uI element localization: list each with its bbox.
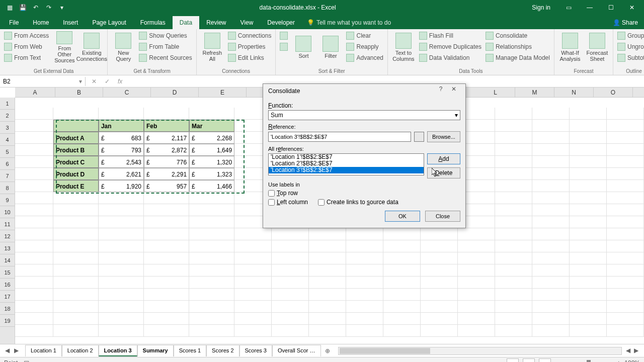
sort-button[interactable]: Sort xyxy=(291,30,316,64)
cell[interactable] xyxy=(421,228,458,240)
flash-fill-button[interactable]: Flash Fill xyxy=(418,30,482,41)
close-window-icon[interactable]: ✕ xyxy=(622,0,642,15)
cell[interactable]: £2,291 xyxy=(144,168,189,180)
cell[interactable]: Product C xyxy=(53,156,99,168)
cell[interactable] xyxy=(607,168,644,180)
cell[interactable] xyxy=(15,301,53,313)
cell[interactable] xyxy=(53,240,99,252)
sheet-tab[interactable]: Scores 2 xyxy=(206,345,239,356)
cell[interactable] xyxy=(144,289,189,301)
cell[interactable] xyxy=(570,301,607,313)
cell[interactable] xyxy=(234,301,272,313)
cell[interactable] xyxy=(53,252,99,264)
cell[interactable] xyxy=(189,277,234,289)
cell[interactable] xyxy=(15,252,53,264)
browse-button[interactable]: Browse... xyxy=(427,131,460,142)
properties-button[interactable]: Properties xyxy=(227,41,273,52)
cell[interactable] xyxy=(532,264,570,277)
row-header[interactable]: 14 xyxy=(0,254,15,266)
cell[interactable] xyxy=(570,216,607,228)
zoom-thumb[interactable] xyxy=(587,360,591,363)
cell[interactable] xyxy=(607,277,644,289)
cell[interactable] xyxy=(495,289,532,301)
sheet-tab[interactable]: Overall Scor … xyxy=(272,345,321,356)
cell[interactable] xyxy=(570,108,607,120)
sheet-tab[interactable]: Location 1 xyxy=(25,345,62,356)
cell[interactable] xyxy=(144,264,189,277)
from-web-button[interactable]: From Web xyxy=(3,41,50,52)
cell[interactable]: Product D xyxy=(53,168,99,180)
zoom-in-icon[interactable]: + xyxy=(617,359,620,363)
cell[interactable] xyxy=(495,301,532,313)
column-header[interactable]: N xyxy=(554,87,594,97)
cell[interactable] xyxy=(15,156,53,168)
cell[interactable] xyxy=(532,252,570,264)
connections-button[interactable]: Connections xyxy=(227,30,273,41)
cell[interactable]: Product B xyxy=(53,144,99,156)
cell[interactable]: Product A xyxy=(53,132,99,144)
sheet-tab[interactable]: Location 2 xyxy=(62,345,99,356)
cell[interactable] xyxy=(495,264,532,277)
tab-data[interactable]: Data xyxy=(173,16,199,29)
cell[interactable] xyxy=(532,228,570,240)
cell[interactable] xyxy=(272,240,309,252)
row-header[interactable]: 3 xyxy=(0,122,15,134)
cell[interactable]: Jan xyxy=(99,120,144,132)
column-header[interactable]: O xyxy=(594,87,633,97)
cell[interactable]: £2,117 xyxy=(144,132,189,144)
undo-icon[interactable]: ↶ xyxy=(30,2,41,13)
column-header[interactable]: D xyxy=(151,87,199,97)
cell[interactable]: Product E xyxy=(53,180,99,192)
cell[interactable] xyxy=(532,313,570,325)
from-other-sources-button[interactable]: From Other Sources xyxy=(52,30,77,64)
cell[interactable] xyxy=(15,204,53,216)
cell[interactable] xyxy=(495,277,532,289)
cell[interactable] xyxy=(346,289,383,301)
cell[interactable] xyxy=(607,120,644,132)
cell[interactable] xyxy=(532,192,570,204)
cell[interactable] xyxy=(53,301,99,313)
dialog-help-icon[interactable]: ? xyxy=(434,85,447,97)
cell[interactable] xyxy=(53,325,99,337)
cell[interactable] xyxy=(99,301,144,313)
column-header[interactable]: E xyxy=(199,87,247,97)
cell[interactable] xyxy=(272,289,309,301)
row-header[interactable]: 18 xyxy=(0,303,15,315)
from-text-button[interactable]: From Text xyxy=(3,52,50,63)
cell[interactable] xyxy=(309,289,346,301)
cell[interactable] xyxy=(15,120,53,132)
tab-home[interactable]: Home xyxy=(26,16,56,29)
fx-icon[interactable]: fx xyxy=(116,78,124,85)
cell[interactable] xyxy=(458,240,495,252)
signin-link[interactable]: Sign in xyxy=(524,4,558,11)
cell[interactable] xyxy=(607,156,644,168)
cell[interactable] xyxy=(309,240,346,252)
cell[interactable]: £2,543 xyxy=(99,156,144,168)
add-button[interactable]: Add xyxy=(427,153,460,164)
cell[interactable] xyxy=(15,264,53,277)
references-listbox[interactable]: 'Location 1'!$B$2:$E$7'Location 2'!$B$2:… xyxy=(268,153,424,175)
reference-list-item[interactable]: 'Location 3'!$B$2:$E$7 xyxy=(269,167,424,173)
reference-input[interactable] xyxy=(268,132,411,142)
cell[interactable] xyxy=(383,289,421,301)
cell[interactable] xyxy=(309,264,346,277)
cell[interactable] xyxy=(570,277,607,289)
cell[interactable] xyxy=(309,228,346,240)
page-layout-view-icon[interactable] xyxy=(523,358,535,363)
cell[interactable] xyxy=(99,240,144,252)
enter-formula-icon[interactable]: ✓ xyxy=(103,78,112,85)
cell[interactable] xyxy=(607,204,644,216)
cell[interactable] xyxy=(189,252,234,264)
remove-duplicates-button[interactable]: Remove Duplicates xyxy=(418,41,482,52)
cell[interactable] xyxy=(189,228,234,240)
cell[interactable] xyxy=(495,325,532,337)
cell[interactable] xyxy=(346,277,383,289)
cell[interactable] xyxy=(99,108,144,120)
cell[interactable] xyxy=(234,277,272,289)
cell[interactable] xyxy=(53,120,99,132)
cell[interactable] xyxy=(383,277,421,289)
cell[interactable] xyxy=(458,228,495,240)
column-header[interactable]: B xyxy=(55,87,103,97)
cell[interactable] xyxy=(189,108,234,120)
zoom-out-icon[interactable]: − xyxy=(555,359,558,363)
